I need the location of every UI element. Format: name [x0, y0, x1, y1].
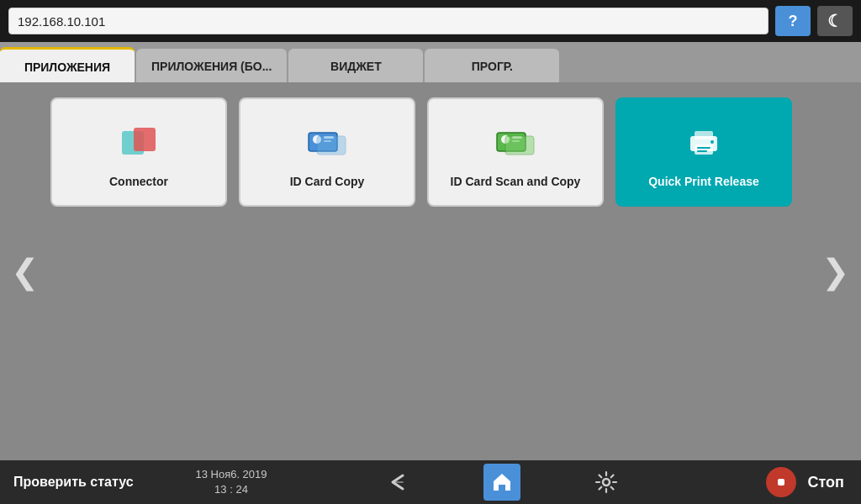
tabs-bar: ПРИЛОЖЕНИЯ ПРИЛОЖЕНИЯ (БО... ВИДЖЕТ ПРОГ…	[0, 42, 861, 82]
svg-rect-13	[695, 131, 713, 139]
date-text: 13 Ноя6. 2019	[185, 467, 277, 482]
address-text: 192.168.10.101	[18, 14, 105, 29]
tab-apps[interactable]: ПРИЛОЖЕНИЯ	[0, 47, 135, 84]
stop-label[interactable]: Стоп	[808, 474, 844, 491]
svg-rect-1	[134, 128, 156, 151]
quick-print-icon	[677, 116, 731, 170]
tab-prog[interactable]: ПРОГР.	[425, 49, 559, 84]
status-label: Проверить статус	[0, 475, 185, 490]
nav-right-button[interactable]: ❯	[817, 242, 854, 301]
svg-rect-14	[695, 144, 713, 155]
connector-icon	[112, 116, 166, 170]
tab-widget[interactable]: ВИДЖЕТ	[288, 49, 423, 84]
id-card-scan-copy-icon	[489, 116, 542, 170]
svg-point-17	[710, 140, 714, 144]
back-button[interactable]	[379, 464, 416, 501]
svg-rect-11	[505, 136, 534, 155]
card-id-card-copy-label: ID Card Copy	[285, 175, 370, 188]
svg-rect-16	[697, 150, 707, 152]
stop-icon	[766, 467, 796, 497]
datetime-display: 13 Ноя6. 2019 13 : 24	[185, 467, 277, 497]
bottom-icons	[277, 464, 726, 501]
address-bar: 192.168.10.101	[8, 8, 769, 34]
nav-left-button[interactable]: ❮	[7, 242, 44, 301]
top-bar: 192.168.10.101 ? ☾	[0, 0, 861, 42]
svg-rect-15	[697, 147, 710, 149]
card-quick-print-label: Quick Print Release	[643, 175, 764, 188]
help-button[interactable]: ?	[775, 6, 811, 36]
card-id-card-scan-copy[interactable]: ID Card Scan and Copy	[427, 97, 604, 207]
card-connector-label: Connector	[104, 175, 173, 188]
home-button[interactable]	[483, 464, 520, 501]
svg-point-18	[603, 479, 610, 486]
card-connector[interactable]: Connector	[50, 97, 227, 207]
id-card-copy-icon	[300, 116, 354, 170]
main-content: ❮ Connector ID Card Copy	[0, 82, 861, 460]
card-quick-print[interactable]: Quick Print Release	[615, 97, 792, 207]
tab-apps-more[interactable]: ПРИЛОЖЕНИЯ (БО...	[136, 49, 287, 84]
svg-rect-20	[778, 479, 784, 486]
moon-button[interactable]: ☾	[817, 6, 853, 36]
card-id-card-copy[interactable]: ID Card Copy	[239, 97, 415, 207]
svg-rect-6	[317, 136, 346, 155]
stop-area: Стоп	[726, 467, 861, 497]
time-text: 13 : 24	[185, 482, 277, 497]
bottom-bar: Проверить статус 13 Ноя6. 2019 13 : 24	[0, 460, 861, 504]
settings-button[interactable]	[588, 464, 625, 501]
card-id-card-scan-copy-label: ID Card Scan and Copy	[446, 175, 586, 188]
